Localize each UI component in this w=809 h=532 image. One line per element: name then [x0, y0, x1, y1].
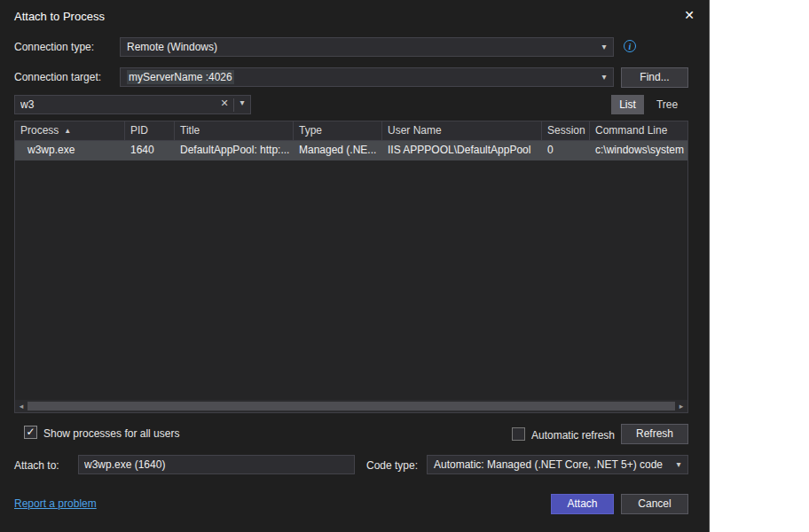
cell-process: w3wp.exe — [15, 141, 125, 160]
cell-type: Managed (.NE... — [294, 141, 382, 160]
process-filter-box: ✕ ▾ — [14, 95, 251, 114]
code-type-value: Automatic: Managed (.NET Core, .NET 5+) … — [434, 458, 663, 471]
code-type-combo[interactable]: Automatic: Managed (.NET Core, .NET 5+) … — [427, 455, 688, 474]
sort-ascending-icon: ▲ — [64, 127, 71, 135]
list-view-button[interactable]: List — [611, 95, 644, 114]
column-header-process[interactable]: Process▲ — [15, 121, 125, 140]
connection-target-combo[interactable]: myServerName :4026 ▾ — [120, 67, 614, 87]
refresh-button[interactable]: Refresh — [621, 424, 688, 444]
connection-type-combo[interactable]: Remote (Windows) ▾ — [120, 37, 614, 57]
attach-to-field[interactable] — [79, 456, 354, 473]
cell-session: 0 — [542, 141, 590, 160]
attach-to-process-dialog: Attach to Process ✕ Connection type: Rem… — [0, 0, 710, 532]
column-header-type[interactable]: Type — [294, 121, 382, 140]
attach-button[interactable]: Attach — [551, 494, 614, 514]
automatic-refresh-checkbox[interactable] — [512, 427, 525, 441]
dialog-title: Attach to Process — [14, 10, 105, 23]
show-all-users-label[interactable]: Show processes for all users — [43, 427, 179, 440]
column-header-session[interactable]: Session — [542, 121, 590, 140]
scroll-right-icon[interactable]: ▸ — [675, 400, 687, 412]
scroll-left-icon[interactable]: ◂ — [15, 400, 27, 412]
report-a-problem-link[interactable]: Report a problem — [14, 497, 97, 510]
chevron-down-icon[interactable]: ▾ — [236, 98, 248, 107]
cell-commandline: c:\windows\system — [590, 141, 687, 160]
process-table-header: Process▲ PID Title Type User Name Sessio… — [15, 121, 687, 141]
show-all-users-checkbox[interactable]: ✓ — [24, 426, 37, 439]
connection-target-value: myServerName :4026 — [127, 70, 234, 84]
cell-pid: 1640 — [125, 141, 175, 160]
info-icon[interactable]: i — [624, 40, 636, 52]
column-header-username[interactable]: User Name — [382, 121, 542, 140]
connection-type-label: Connection type: — [14, 41, 94, 53]
code-type-label: Code type: — [366, 459, 418, 472]
attach-to-label: Attach to: — [14, 459, 59, 472]
tree-view-button[interactable]: Tree — [648, 95, 686, 114]
attach-to-field-wrap — [78, 455, 355, 474]
connection-target-label: Connection target: — [14, 71, 101, 83]
find-button[interactable]: Find... — [621, 67, 688, 88]
automatic-refresh-label[interactable]: Automatic refresh — [531, 429, 615, 442]
cancel-button[interactable]: Cancel — [621, 494, 688, 514]
process-table: Process▲ PID Title Type User Name Sessio… — [14, 121, 688, 413]
filter-divider — [233, 98, 234, 112]
scrollbar-thumb[interactable] — [27, 402, 675, 411]
chevron-down-icon[interactable]: ▾ — [597, 68, 611, 86]
process-filter-input[interactable] — [17, 97, 212, 113]
table-row[interactable]: w3wp.exe 1640 DefaultAppPool: http:... M… — [15, 141, 687, 160]
column-header-commandline[interactable]: Command Line — [590, 121, 687, 140]
cell-username: IIS APPPOOL\DefaultAppPool — [382, 141, 542, 160]
column-header-title[interactable]: Title — [175, 121, 294, 140]
cell-title: DefaultAppPool: http:... — [175, 141, 294, 160]
column-header-pid[interactable]: PID — [125, 121, 175, 140]
connection-type-value: Remote (Windows) — [127, 41, 217, 53]
close-icon[interactable]: ✕ — [681, 7, 697, 23]
chevron-down-icon[interactable]: ▾ — [597, 38, 611, 56]
clear-filter-icon[interactable]: ✕ — [218, 98, 231, 109]
chevron-down-icon[interactable]: ▾ — [672, 456, 686, 473]
horizontal-scrollbar[interactable]: ◂ ▸ — [15, 400, 687, 412]
